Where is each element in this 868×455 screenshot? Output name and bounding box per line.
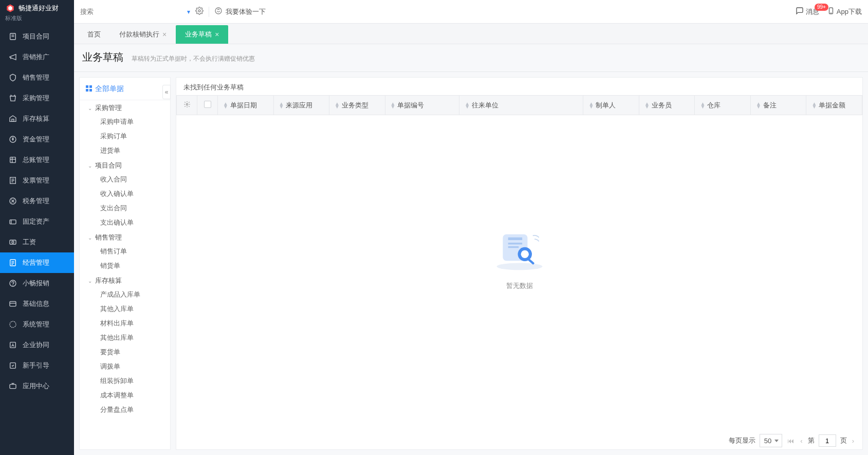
app-download-button[interactable]: App下载 [827,7,862,16]
nav-item-invoice-mgmt[interactable]: 发票管理 [0,170,74,191]
tree-leaf[interactable]: 采购申请单 [80,115,170,129]
nav-item-basic-info[interactable]: 基础信息 [0,294,74,314]
nav-item-label: 应用中心 [23,381,49,391]
tree-leaf[interactable]: 支出确认单 [80,215,170,230]
nav-item-project-contract[interactable]: 项目合同 [0,26,74,47]
nav-item-marketing[interactable]: 营销推广 [0,47,74,67]
messages-button[interactable]: 消息 99+ [796,7,819,16]
tree-leaf[interactable]: 支出合同 [80,201,170,215]
column-header[interactable]: ▲▼业务类型 [329,96,385,115]
close-icon[interactable]: × [215,30,219,39]
sort-icon: ▲▼ [335,102,340,108]
column-label: 备注 [763,101,777,109]
enterprise-collab-icon [8,340,17,350]
chevron-left-icon: « [165,88,169,96]
tab-2[interactable]: 业务草稿× [176,25,228,44]
select-all-checkbox[interactable] [204,101,211,108]
gear-icon[interactable] [195,7,204,16]
tree-group[interactable]: ⌄采购管理 [80,100,170,115]
nav-item-tax-mgmt[interactable]: 税务管理 [0,191,74,211]
topbar: ▾ 我要体验一下 消息 99+ [74,0,868,24]
chevron-down-icon[interactable]: ▾ [187,8,190,15]
column-header[interactable]: ▲▼业务员 [639,96,695,115]
sort-icon: ▲▼ [223,102,228,108]
svg-point-19 [12,285,13,285]
tree-leaf[interactable]: 分量盘点单 [80,403,170,417]
nav-item-sales-mgmt[interactable]: 销售管理 [0,67,74,88]
tree-leaf[interactable]: 产成品入库单 [80,287,170,302]
app-download-label: App下载 [837,7,862,16]
tree-leaf[interactable]: 收入确认单 [80,187,170,201]
chevron-down-icon: ⌄ [88,105,93,111]
collapse-panel-button[interactable]: « [162,85,171,99]
sort-icon: ▲▼ [391,102,396,108]
report-assistant-icon [8,279,17,288]
nav-item-app-center[interactable]: 应用中心 [0,376,74,396]
column-header[interactable]: ▲▼往来单位 [459,96,583,115]
category-panel: 全部单据 « ⌄采购管理采购申请单采购订单进货单⌄项目合同收入合同收入确认单支出… [79,77,171,450]
nav-item-inventory-accounting[interactable]: 库存核算 [0,108,74,129]
nav-item-label: 税务管理 [23,196,49,206]
column-label: 往来单位 [472,101,498,109]
invoice-mgmt-icon [8,176,17,185]
tree-leaf[interactable]: 进货单 [80,143,170,158]
tree-group[interactable]: ⌄销售管理 [80,230,170,244]
tab-0[interactable]: 首页 [78,25,110,44]
tree-leaf[interactable]: 其他出库单 [80,331,170,345]
nav-item-fixed-assets[interactable]: 固定资产 [0,211,74,232]
tree-group[interactable]: ⌄库存核算 [80,273,170,287]
tree-group[interactable]: ⌄项目合同 [80,158,170,172]
column-header[interactable]: ▲▼单据日期 [218,96,274,115]
nav-item-system-mgmt[interactable]: 系统管理 [0,314,74,335]
tree-leaf[interactable]: 销货单 [80,259,170,273]
tree-group-label: 项目合同 [95,161,122,170]
tree-leaf[interactable]: 成本调整单 [80,388,170,403]
select-all-header [197,96,218,115]
tree-leaf[interactable]: 其他入库单 [80,302,170,316]
nav-item-report-assistant[interactable]: 小畅报销 [0,273,74,294]
prev-page-button[interactable]: ‹ [799,437,803,445]
next-page-button[interactable]: › [851,437,855,445]
sort-icon: ▲▼ [644,102,650,108]
category-heading[interactable]: 全部单据 [80,78,170,100]
column-settings-button[interactable] [177,96,197,115]
tree-leaf[interactable]: 要货单 [80,345,170,359]
nav-item-payroll[interactable]: 工资 [0,232,74,252]
nav-item-business-mgmt[interactable]: 经营管理 [0,252,74,273]
page-input[interactable] [819,434,836,447]
try-experience-button[interactable]: 我要体验一下 [214,7,266,16]
column-label: 业务员 [652,101,672,109]
close-icon[interactable]: × [162,30,167,39]
nav-item-onboarding[interactable]: 新手引导 [0,355,74,376]
tree-leaf[interactable]: 采购订单 [80,129,170,143]
nav-item-label: 基础信息 [23,299,49,308]
gear-icon [183,101,191,108]
column-header[interactable]: ▲▼仓库 [695,96,751,115]
tab-label: 业务草稿 [185,30,212,39]
column-header[interactable]: ▲▼单据编号 [385,96,459,115]
column-header[interactable]: ▲▼制单人 [583,96,639,115]
tree-leaf[interactable]: 调拨单 [80,359,170,374]
tree-leaf[interactable]: 组装拆卸单 [80,374,170,388]
tree-leaf[interactable]: 销售订单 [80,244,170,259]
nav-item-fund-mgmt[interactable]: 资金管理 [0,129,74,150]
tax-mgmt-icon [8,196,17,206]
page-subtitle: 草稿转为正式单据时，不会执行满赠促销优惠 [132,55,255,62]
tab-1[interactable]: 付款核销执行× [110,25,176,44]
phone-icon [827,7,835,16]
tree-leaf[interactable]: 材料出库单 [80,316,170,331]
nav-item-ledger-mgmt[interactable]: 总账管理 [0,150,74,170]
search-box: ▾ [80,8,190,15]
first-page-button[interactable]: ⏮ [786,437,795,445]
tree-leaf[interactable]: 收入合同 [80,172,170,187]
nav-item-purchase-mgmt[interactable]: 采购管理 [0,88,74,108]
nav-item-enterprise-collab[interactable]: 企业协同 [0,335,74,355]
per-page-select[interactable]: 50 [760,434,782,447]
column-header[interactable]: ▲▼来源应用 [273,96,329,115]
search-input[interactable] [80,8,183,15]
column-header[interactable]: ▲▼单据金额 [806,96,862,115]
svg-rect-33 [89,89,92,92]
chevron-down-icon: ⌄ [88,163,93,169]
svg-point-34 [186,103,188,105]
column-header[interactable]: ▲▼备注 [750,96,806,115]
